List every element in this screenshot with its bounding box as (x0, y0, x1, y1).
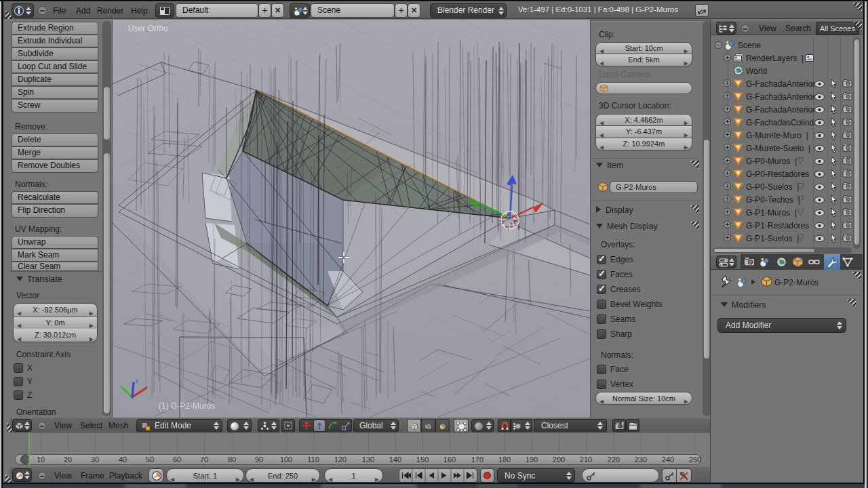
svg-text:z: z (136, 378, 139, 384)
svg-text:(1) G-P2-Muros: (1) G-P2-Muros (159, 401, 215, 411)
svg-text:User Ortho: User Ortho (128, 24, 168, 33)
